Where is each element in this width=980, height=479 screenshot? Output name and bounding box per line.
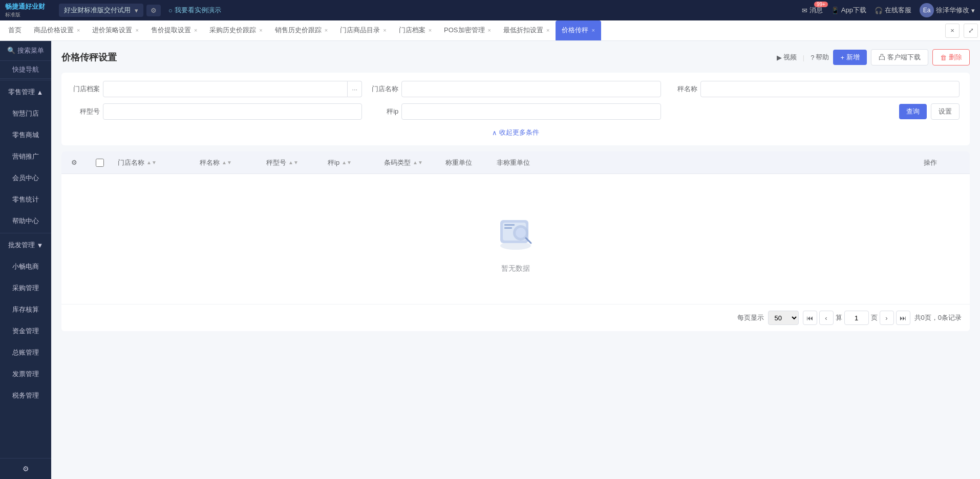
first-page-btn[interactable]: ⏮ (803, 311, 817, 325)
settings-form-button[interactable]: 设置 (931, 103, 960, 120)
tab-sale-extract[interactable]: 售价提取设置 × (145, 20, 203, 41)
close-icon[interactable]: × (194, 27, 197, 33)
store-name-label: 门店名称 (370, 84, 398, 94)
sidebar-search[interactable]: 🔍 搜索菜单 (0, 41, 51, 61)
sidebar-item-wholesale-mgmt[interactable]: 批发管理 ▼ (0, 234, 51, 256)
store-name-input[interactable] (401, 81, 661, 97)
close-icon[interactable]: × (546, 27, 549, 33)
video-link[interactable]: ▶ 视频 (777, 53, 797, 62)
page-input-wrap: 算 页 (836, 311, 878, 325)
close-icon[interactable]: × (135, 27, 138, 33)
sidebar-item-general-ledger[interactable]: 总账管理 (0, 342, 51, 363)
close-icon[interactable]: × (259, 27, 262, 33)
user-chevron-icon: ▾ (971, 7, 975, 14)
tab-purchase-strategy[interactable]: 进价策略设置 × (86, 20, 144, 41)
delete-button[interactable]: 🗑 删除 (932, 49, 970, 66)
help-link[interactable]: ? 帮助 (811, 53, 829, 62)
th-store-name-label: 门店名称 (118, 158, 144, 167)
sidebar-item-retail-stats[interactable]: 零售统计 (0, 189, 51, 210)
page-word: 算 (836, 313, 842, 322)
store-archive-picker-btn[interactable]: ··· (348, 81, 362, 97)
query-button[interactable]: 查询 (899, 104, 927, 119)
tab-sale-extract-label: 售价提取设置 (151, 26, 191, 35)
form-actions: 查询 设置 (669, 103, 960, 120)
tab-home[interactable]: 首页 (2, 20, 28, 41)
sidebar-item-inventory[interactable]: 库存核算 (0, 299, 51, 320)
edition-selector[interactable]: 好业财标准版交付试用 ▾ (59, 4, 143, 17)
th-scale-name-label: 秤名称 (200, 158, 220, 167)
content-inner: 价格传秤设置 ▶ 视频 | ? 帮助 + 新增 (51, 41, 980, 339)
close-icon[interactable]: × (591, 27, 594, 33)
sidebar-item-invoice[interactable]: 发票管理 (0, 363, 51, 385)
store-archive-input[interactable] (103, 81, 348, 97)
close-icon[interactable]: × (325, 27, 328, 33)
collapse-bar[interactable]: ∧ 收起更多条件 (72, 126, 960, 137)
logo-title: 畅捷通好业财 (5, 2, 56, 11)
sidebar-item-purchase-mgmt[interactable]: 采购管理 (0, 277, 51, 299)
close-icon[interactable]: × (383, 27, 386, 33)
close-icon[interactable]: × (77, 27, 80, 33)
tab-sales-history[interactable]: 销售历史价跟踪 × (269, 20, 334, 41)
tab-pos-encrypt[interactable]: POS加密管理 × (438, 20, 497, 41)
tab-store-archive[interactable]: 门店档案 × (393, 20, 438, 41)
sidebar-quick-nav[interactable]: 快捷导航 (0, 61, 51, 79)
prev-page-btn[interactable]: ‹ (819, 311, 834, 325)
th-scale-model: 秤型号 ▲▼ (261, 158, 323, 167)
next-page-btn[interactable]: › (880, 311, 894, 325)
select-all-checkbox[interactable] (96, 159, 104, 167)
sidebar-item-marketing[interactable]: 营销推广 (0, 146, 51, 167)
sidebar-gear-btn[interactable]: ⚙ (0, 458, 51, 479)
table-settings-btn[interactable]: ⚙ (61, 159, 87, 166)
demo-link[interactable]: ○ 我要看实例演示 (168, 6, 221, 15)
sidebar-item-smart-store[interactable]: 智慧门店 (0, 103, 51, 124)
sort-icon: ▲▼ (413, 160, 423, 165)
expand-tabs-btn[interactable]: ⤢ (964, 24, 978, 38)
tab-min-discount[interactable]: 最低折扣设置 × (497, 20, 556, 41)
svg-point-4 (516, 228, 526, 238)
sidebar-item-finance[interactable]: 资金管理 (0, 320, 51, 342)
tab-purchase-history[interactable]: 采购历史价跟踪 × (203, 20, 268, 41)
sidebar-item-retail-mall[interactable]: 零售商城 (0, 124, 51, 146)
user-menu[interactable]: Ea 徐泽华修改 ▾ (920, 3, 975, 17)
page-number-input[interactable] (844, 311, 869, 325)
scale-name-input[interactable] (700, 81, 960, 97)
close-icon[interactable]: × (429, 27, 432, 33)
tab-product-price[interactable]: 商品价格设置 × (28, 20, 86, 41)
scale-ip-input[interactable] (401, 103, 661, 120)
svg-rect-7 (504, 227, 512, 229)
close-icon[interactable]: × (488, 27, 491, 33)
table-check-all[interactable] (87, 159, 113, 167)
edition-selector-label: 好业财标准版交付试用 (64, 6, 131, 15)
sidebar-item-xiaochang[interactable]: 小畅电商 (0, 256, 51, 277)
tab-price-scale[interactable]: 价格传秤 × (556, 20, 601, 41)
store-name-field: 门店名称 (370, 81, 661, 97)
delete-button-label: 删除 (949, 53, 962, 62)
sidebar-item-inventory-label: 库存核算 (12, 306, 39, 313)
app-download-btn[interactable]: 📱 App下载 (831, 6, 866, 15)
sort-icon: ▲▼ (288, 160, 299, 165)
scale-model-input[interactable] (103, 103, 362, 120)
online-service-btn[interactable]: 🎧 在线客服 (875, 6, 911, 15)
scale-name-label: 秤名称 (669, 84, 697, 94)
notifications-btn[interactable]: ✉ 消息 99+ (802, 6, 823, 15)
close-all-tabs-btn[interactable]: × (945, 24, 960, 38)
client-download-button[interactable]: 凸 客户端下载 (871, 49, 928, 66)
chevron-up-icon: ▲ (37, 89, 44, 96)
settings-form-button-label: 设置 (939, 107, 952, 116)
last-page-btn[interactable]: ⏭ (896, 311, 910, 325)
sidebar-item-help-center[interactable]: 帮助中心 (0, 210, 51, 232)
settings-icon[interactable]: ⚙ (146, 5, 161, 16)
sidebar-item-tax[interactable]: 税务管理 (0, 385, 51, 406)
add-button[interactable]: + 新增 (833, 50, 867, 65)
search-form: 门店档案 ··· 门店名称 秤名称 (61, 73, 970, 145)
store-archive-input-wrap: ··· (103, 81, 362, 97)
tab-store-catalog-label: 门店商品目录 (340, 26, 380, 35)
sidebar-item-member-center[interactable]: 会员中心 (0, 167, 51, 189)
delete-icon: 🗑 (940, 54, 947, 61)
sidebar-item-finance-label: 资金管理 (12, 327, 39, 335)
sidebar-item-retail-mall-label: 零售商城 (12, 131, 39, 139)
tab-store-catalog[interactable]: 门店商品目录 × (334, 20, 392, 41)
th-non-weight-unit-label: 非称重单位 (497, 158, 530, 167)
per-page-select[interactable]: 10 20 50 100 (768, 311, 799, 325)
sidebar-item-retail-mgmt[interactable]: 零售管理 ▲ (0, 81, 51, 103)
